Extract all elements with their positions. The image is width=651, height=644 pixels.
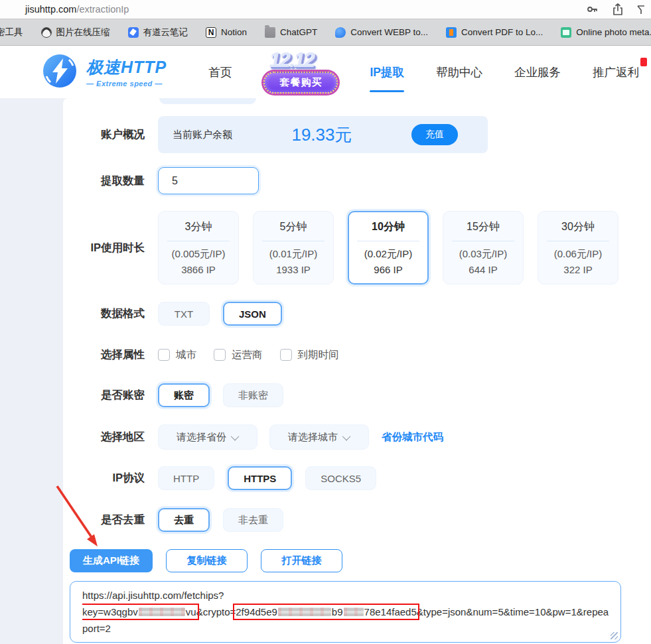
nav-enterprise[interactable]: 企业服务 xyxy=(514,60,561,84)
protocol-label: IP协议 xyxy=(63,471,145,485)
attributes-label: 选择属性 xyxy=(63,348,145,362)
duration-row: IP使用时长 3分钟 (0.005元/IP) 3866 IP 5分钟 (0.01… xyxy=(63,211,651,285)
generate-api-link-button[interactable]: 生成API链接 xyxy=(70,549,153,572)
lightning-logo-icon xyxy=(41,52,78,92)
duration-option-30min[interactable]: 30分钟 (0.06元/IP) 322 IP xyxy=(538,211,618,285)
bookmark-image-compress[interactable]: 图片在线压缩 xyxy=(41,27,110,38)
promo-package-buy: 套餐购买 xyxy=(263,72,338,94)
site-header: 极速HTTP — Extreme speed — 首页 12.12 套餐购买 I… xyxy=(0,46,651,98)
account-row: 账户概况 当前账户余额 19.33元 充值 xyxy=(63,116,651,153)
divider xyxy=(452,241,514,241)
bookmark-online-photo-meta[interactable]: Online photo meta... xyxy=(561,27,651,38)
url-text[interactable]: jisuhttp.com/extractionIp xyxy=(25,4,129,15)
share-icon[interactable] xyxy=(611,2,624,17)
site-logo[interactable]: 极速HTTP — Extreme speed — xyxy=(41,52,167,92)
nav-home[interactable]: 首页 xyxy=(208,60,232,84)
attributes-row: 选择属性 城市 运营商 到期时间 xyxy=(63,348,651,362)
province-city-code-link[interactable]: 省份城市代码 xyxy=(382,430,443,444)
redacted-crypto-annotation-box: 2f94d5e9b978e14faed5 xyxy=(236,606,417,617)
checkbox-expire-time[interactable]: 到期时间 xyxy=(280,348,339,362)
duration-option-5min[interactable]: 5分钟 (0.01元/IP) 1933 IP xyxy=(253,211,334,285)
pixelated-redaction xyxy=(139,608,185,616)
duration-option-15min[interactable]: 15分钟 (0.03元/IP) 644 IP xyxy=(443,211,524,285)
auth-option-account[interactable]: 账密 xyxy=(158,383,210,407)
red-dot-badge xyxy=(640,58,647,66)
city-select[interactable]: 请选择城市 xyxy=(269,424,369,450)
region-label: 选择地区 xyxy=(63,430,145,444)
checkbox-city[interactable]: 城市 xyxy=(158,348,196,362)
password-key-icon[interactable] xyxy=(585,2,599,17)
quantity-input[interactable] xyxy=(158,167,259,194)
duration-option-10min[interactable]: 10分钟 (0.02元/IP) 966 IP xyxy=(348,211,429,285)
auth-option-no-account[interactable]: 非账密 xyxy=(223,383,283,407)
browser-url-bar[interactable]: jisuhttp.com/extractionIp xyxy=(0,0,651,19)
promo-1212-text: 12.12 xyxy=(269,48,314,72)
panda-icon xyxy=(41,27,52,38)
cutoff-element-above xyxy=(159,98,256,104)
logo-title: 极速HTTP xyxy=(86,56,167,78)
balance-caption: 当前账户余额 xyxy=(173,129,232,141)
balance-value: 19.33元 xyxy=(291,123,352,147)
main-nav: 首页 12.12 套餐购买 IP提取 帮助中心 企业服务 推广返利 xyxy=(208,51,639,94)
pixelated-redaction xyxy=(344,608,364,616)
auth-label: 是否账密 xyxy=(63,388,145,403)
duration-option-3min[interactable]: 3分钟 (0.005元/IP) 3866 IP xyxy=(158,211,239,285)
checkbox-icon xyxy=(214,349,226,361)
pdf-converter-icon xyxy=(446,27,457,38)
textarea-resize-handle[interactable] xyxy=(611,632,618,639)
open-link-button[interactable]: 打开链接 xyxy=(261,549,342,572)
checkbox-icon xyxy=(158,349,170,361)
chevron-down-icon xyxy=(342,432,351,440)
recharge-button[interactable]: 充值 xyxy=(411,124,458,145)
dedup-row: 是否去重 去重 非去重 xyxy=(63,508,651,532)
chevron-down-icon xyxy=(231,432,240,440)
province-select[interactable]: 请选择省份 xyxy=(158,424,257,450)
bookmark-convert-webp[interactable]: Convert WEBP to... xyxy=(335,27,428,38)
notion-icon: N xyxy=(206,27,216,38)
nav-ip-extract[interactable]: IP提取 xyxy=(370,60,404,84)
region-row: 选择地区 请选择省份 请选择城市 省份城市代码 xyxy=(63,424,651,450)
bookmark-notion[interactable]: NNotion xyxy=(206,27,247,38)
protocol-option-https[interactable]: HTTPS xyxy=(228,466,292,490)
page-content: 账户概况 当前账户余额 19.33元 充值 提取数量 IP使用时长 3分钟 (0… xyxy=(0,98,651,644)
folder-icon xyxy=(265,27,275,38)
bookmark-convert-pdf[interactable]: Convert PDF to Lo... xyxy=(446,27,543,38)
dedup-option-no[interactable]: 非去重 xyxy=(223,508,283,532)
youdao-pen-icon xyxy=(128,27,139,38)
account-label: 账户概况 xyxy=(63,127,145,142)
bookmark-youdao-note[interactable]: 有道云笔记 xyxy=(128,27,188,38)
protocol-option-socks5[interactable]: SOCKS5 xyxy=(305,466,376,490)
format-option-json[interactable]: JSON xyxy=(223,302,282,326)
checkbox-carrier[interactable]: 运营商 xyxy=(214,348,263,362)
quantity-label: 提取数量 xyxy=(63,174,145,188)
format-row: 数据格式 TXT JSON xyxy=(63,302,651,326)
tabs-icon[interactable] xyxy=(636,2,644,17)
nav-help-center[interactable]: 帮助中心 xyxy=(436,60,482,84)
divider xyxy=(262,241,325,241)
quantity-row: 提取数量 xyxy=(63,167,651,194)
nav-promotion[interactable]: 推广返利 xyxy=(593,60,639,84)
api-url-line2: key=w3qgbvvu&crypto=2f94d5e9b978e14faed5… xyxy=(82,604,609,620)
bookmark-chatgpt-folder[interactable]: ChatGPT xyxy=(265,27,317,38)
api-url-line3: port=2 xyxy=(82,620,609,637)
protocol-option-http[interactable]: HTTP xyxy=(158,466,214,490)
pixelated-redaction xyxy=(278,608,331,616)
redacted-key-annotation-box: key=w3qgbvvu xyxy=(82,606,196,617)
photo-meta-icon xyxy=(561,27,571,38)
bookmarks-bar: 密工具 图片在线压缩 有道云笔记 NNotion ChatGPT Convert… xyxy=(0,19,651,46)
divider xyxy=(547,241,609,241)
actions-row: 生成API链接 复制链接 打开链接 xyxy=(70,549,651,572)
checkbox-icon xyxy=(280,349,292,361)
divider xyxy=(357,241,419,241)
dedup-option-yes[interactable]: 去重 xyxy=(158,508,210,532)
promo-1212-badge[interactable]: 12.12 套餐购买 xyxy=(263,51,338,94)
bookmark-encrypt-tool[interactable]: 密工具 xyxy=(0,27,23,38)
auth-row: 是否账密 账密 非账密 xyxy=(63,383,651,407)
format-label: 数据格式 xyxy=(63,306,145,321)
api-url-textarea[interactable]: https://api.jisuhttp.com/fetchips? key=w… xyxy=(70,581,621,643)
protocol-row: IP协议 HTTP HTTPS SOCKS5 xyxy=(63,466,651,490)
copy-link-button[interactable]: 复制链接 xyxy=(166,549,248,572)
format-option-txt[interactable]: TXT xyxy=(158,302,210,326)
logo-subtitle: — Extreme speed — xyxy=(86,80,167,88)
url-path: /extractionIp xyxy=(76,4,129,15)
